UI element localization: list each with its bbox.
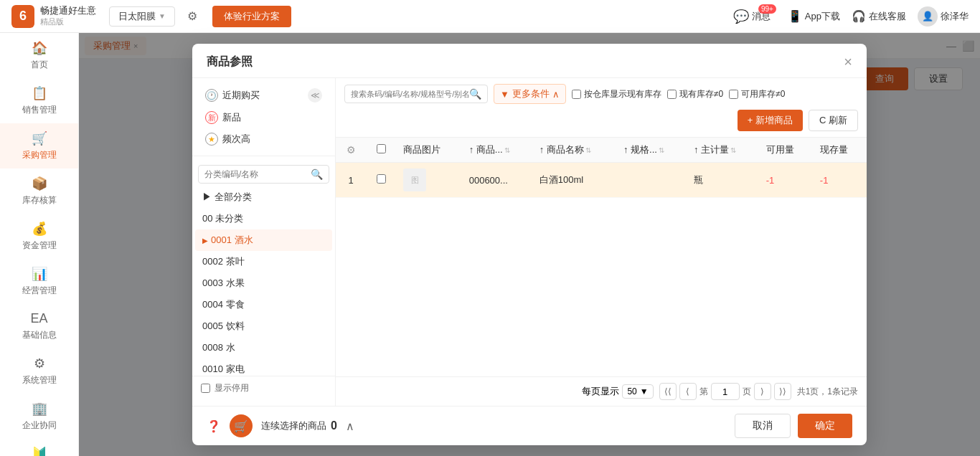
first-page-button[interactable]: ⟨⟨ (659, 383, 677, 400)
divider (192, 156, 335, 156)
help-icon[interactable]: ❓ (207, 419, 221, 433)
prev-page-button[interactable]: ⟨ (679, 383, 697, 400)
col-available: 可用量 (759, 138, 813, 163)
col-spec[interactable]: ↑ 规格...⇅ (616, 138, 687, 163)
row-checkbox[interactable] (366, 163, 396, 198)
modal-close-button[interactable]: × (844, 54, 852, 70)
avatar: 👤 (918, 6, 938, 27)
row-code: 000600... (462, 163, 532, 198)
operation-icon: 📊 (32, 266, 47, 282)
col-name[interactable]: ↑ 商品名称⇅ (532, 138, 616, 163)
product-table: ⚙ 商品图片 ↑ 商品...⇅ ↑ 商品名称⇅ ↑ 规格...⇅ ↑ 主计量⇅ … (336, 138, 867, 198)
show-disabled-label[interactable]: 显示停用 (215, 382, 249, 394)
sidebar-item-enterprise[interactable]: 🏢 企业协同 (0, 394, 78, 439)
recent-purchase-item[interactable]: 🕐 近期购买 ≪ (198, 84, 329, 107)
refresh-button[interactable]: C 刷新 (809, 110, 858, 131)
page-number-input[interactable] (711, 383, 740, 400)
per-page-dropdown[interactable]: 50 ▼ (622, 384, 653, 399)
confirm-button[interactable]: 确定 (798, 414, 852, 438)
product-search-icon[interactable]: 🔍 (469, 88, 481, 100)
cat-0008[interactable]: 0008 水 (195, 337, 332, 358)
gear-button[interactable]: ⚙ (181, 5, 204, 28)
home-icon: 🏠 (32, 40, 47, 56)
sidebar-item-home[interactable]: 🏠 首页 (0, 33, 78, 78)
sidebar-item-guide[interactable]: 🔰 新手引导 (0, 439, 78, 456)
star-icon: ★ (205, 133, 218, 146)
left-panel: 🕐 近期购买 ≪ 新 新品 ★ 频次高 (192, 78, 336, 406)
col-checkbox (366, 138, 396, 163)
cat-0002[interactable]: 0002 茶叶 (195, 251, 332, 272)
next-page-button[interactable]: ⟩ (754, 383, 771, 400)
cat-0003[interactable]: 0003 水果 (195, 272, 332, 294)
online-service-button[interactable]: 🎧 在线客服 (852, 9, 906, 23)
purchase-icon: 🛒 (32, 130, 47, 146)
more-filter-button[interactable]: ▼ 更多条件 ∧ (494, 84, 566, 104)
collapse-button[interactable]: ≪ (308, 88, 322, 103)
modal-title: 商品参照 (207, 54, 253, 70)
cat-00[interactable]: 00 未分类 (195, 208, 332, 229)
modal-body: 🕐 近期购买 ≪ 新 新品 ★ 频次高 (192, 78, 867, 406)
cat-0010[interactable]: 0010 家电 (195, 358, 332, 376)
show-disabled-section: 显示停用 (192, 376, 335, 400)
cat-arrow-icon: ▶ (202, 237, 208, 244)
cancel-button[interactable]: 取消 (735, 414, 791, 438)
available-nonzero-checkbox-label[interactable]: 可用库存≠0 (729, 88, 785, 100)
frequent-item[interactable]: ★ 频次高 (198, 128, 329, 150)
chevron-down-icon: ▼ (159, 12, 166, 20)
last-page-button[interactable]: ⟩⟩ (774, 383, 791, 400)
recent-icon: 🕐 (205, 89, 218, 102)
per-page-selector: 每页显示 50 ▼ (582, 384, 653, 399)
sidebar-item-operation[interactable]: 📊 经营管理 (0, 259, 78, 304)
category-search-icon[interactable]: 🔍 (311, 168, 323, 180)
category-search-box: 🔍 (198, 165, 329, 184)
modal-header: 商品参照 × (192, 44, 867, 78)
sidebar-item-system[interactable]: ⚙ 系统管理 (0, 348, 78, 394)
cat-all[interactable]: ▶ 全部分类 (195, 186, 332, 208)
toolbar-right: + 新增商品 C 刷新 (738, 110, 858, 131)
sidebar-item-purchase[interactable]: 🛒 采购管理 (0, 123, 78, 168)
add-product-button[interactable]: + 新增商品 (738, 110, 803, 131)
modal-footer: ❓ 🛒 连续选择的商品 0 ∧ 取消 确定 (192, 406, 867, 445)
show-disabled-checkbox[interactable] (201, 384, 210, 393)
warehouse-display-checkbox-label[interactable]: 按仓库显示现有库存 (572, 88, 661, 100)
modal-overlay: 商品参照 × 🕐 近期购买 ≪ 新 (79, 33, 980, 456)
app-download-button[interactable]: 📱 App下载 (788, 9, 840, 23)
store-selector[interactable]: 日太阳膜 ▼ (109, 6, 175, 27)
chevron-up-icon[interactable]: ∧ (346, 419, 354, 433)
message-button[interactable]: 💬 消息 99+ (733, 9, 771, 24)
stock-nonzero-checkbox-label[interactable]: 现有库存≠0 (667, 88, 723, 100)
product-table-container: ⚙ 商品图片 ↑ 商品...⇅ ↑ 商品名称⇅ ↑ 规格...⇅ ↑ 主计量⇅ … (336, 138, 867, 376)
table-row[interactable]: 1 图 000600... 白酒100ml 瓶 (336, 163, 867, 198)
col-gear[interactable]: ⚙ (336, 138, 366, 163)
sidebar-item-stock[interactable]: 📦 库存核算 (0, 168, 78, 214)
select-all-checkbox[interactable] (377, 144, 386, 153)
user-menu[interactable]: 👤 徐泽华 (918, 6, 969, 27)
filter-icon: ▼ (500, 89, 509, 100)
cat-0005[interactable]: 0005 饮料 (195, 315, 332, 337)
cat-0004[interactable]: 0004 零食 (195, 294, 332, 315)
product-thumbnail: 图 (403, 168, 426, 191)
cart-icon: 🛒 (230, 414, 253, 437)
sidebar-item-finance[interactable]: 💰 资金管理 (0, 214, 78, 259)
logo-text: 畅捷通好生意 (40, 5, 96, 17)
product-search-input[interactable] (351, 90, 469, 98)
message-badge: 99+ (758, 4, 776, 14)
available-nonzero-checkbox[interactable] (729, 90, 738, 99)
warehouse-display-checkbox[interactable] (572, 90, 581, 99)
logo-area: 6 畅捷通好生意 精品版 (11, 5, 98, 28)
trial-button[interactable]: 体验行业方案 (212, 6, 291, 27)
new-product-item[interactable]: 新 新品 (198, 107, 329, 128)
row-select-checkbox[interactable] (377, 174, 386, 184)
sidebar-item-basic[interactable]: EA 基础信息 (0, 304, 78, 348)
sidebar-item-sales[interactable]: 📋 销售管理 (0, 78, 78, 123)
cat-0001[interactable]: ▶ 0001 酒水 (195, 229, 332, 251)
finance-icon: 💰 (32, 221, 47, 237)
col-code[interactable]: ↑ 商品...⇅ (462, 138, 532, 163)
pagination: 每页显示 50 ▼ ⟨⟨ ⟨ 第 页 (336, 376, 867, 406)
selection-count: 0 (331, 419, 337, 432)
stock-nonzero-checkbox[interactable] (667, 90, 677, 99)
col-image: 商品图片 (396, 138, 462, 163)
col-unit[interactable]: ↑ 主计量⇅ (687, 138, 759, 163)
page-nav: ⟨⟨ ⟨ 第 页 ⟩ ⟩⟩ (659, 383, 791, 400)
category-search-input[interactable] (204, 169, 311, 179)
